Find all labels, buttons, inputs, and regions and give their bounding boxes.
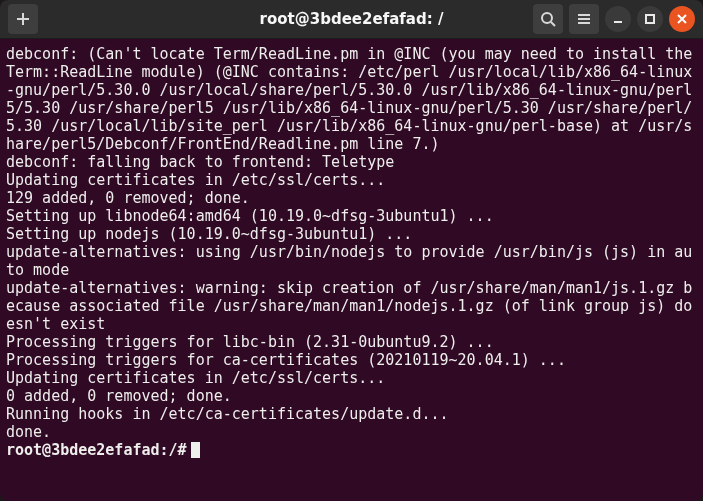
minimize-icon: [612, 13, 624, 25]
search-icon: [540, 11, 556, 27]
hamburger-icon: [576, 11, 592, 27]
minimize-button[interactable]: [605, 6, 631, 32]
svg-rect-1: [646, 15, 654, 23]
close-icon: [676, 13, 688, 25]
cursor: [191, 442, 200, 458]
menu-button[interactable]: [569, 4, 599, 34]
prompt-line: root@3bdee2efafad:/#: [6, 441, 697, 459]
maximize-icon: [644, 13, 656, 25]
plus-icon: [15, 11, 31, 27]
terminal-window: root@3bdee2efafad: / debconf: (Can't loc…: [0, 0, 703, 501]
svg-point-0: [542, 13, 552, 23]
close-button[interactable]: [669, 6, 695, 32]
new-tab-button[interactable]: [8, 4, 38, 34]
terminal-output: debconf: (Can't locate Term/ReadLine.pm …: [6, 45, 701, 441]
shell-prompt: root@3bdee2efafad:/#: [6, 441, 187, 459]
terminal-area[interactable]: debconf: (Can't locate Term/ReadLine.pm …: [0, 39, 703, 501]
maximize-button[interactable]: [637, 6, 663, 32]
titlebar: root@3bdee2efafad: /: [0, 0, 703, 39]
window-controls: [605, 6, 695, 32]
search-button[interactable]: [533, 4, 563, 34]
